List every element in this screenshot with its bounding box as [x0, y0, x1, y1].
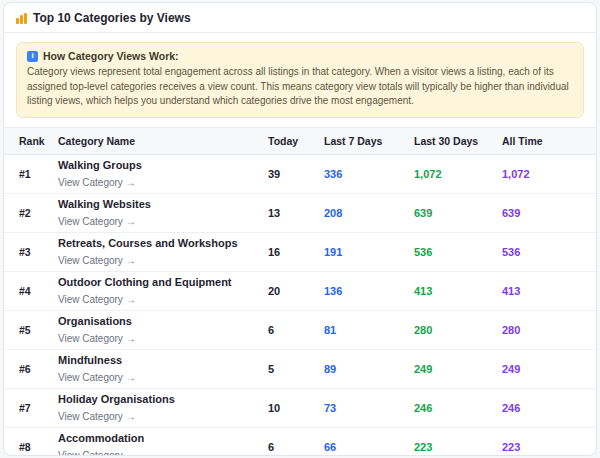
- all-time-value: 246: [494, 388, 596, 427]
- category-name: Walking Websites: [58, 198, 252, 211]
- header-last-7-days: Last 7 Days: [316, 127, 406, 154]
- today-value: 13: [260, 193, 316, 232]
- category-cell: Accommodation View Category →: [50, 427, 260, 456]
- category-cell: Walking Groups View Category →: [50, 154, 260, 193]
- all-time-value: 1,072: [494, 154, 596, 193]
- info-title-row: i How Category Views Work:: [27, 50, 573, 62]
- last-7-days-value: 208: [316, 193, 406, 232]
- all-time-value: 223: [494, 427, 596, 456]
- table-row: #3 Retreats, Courses and Workshops View …: [4, 232, 596, 271]
- category-cell: Mindfulness View Category →: [50, 349, 260, 388]
- last-7-days-value: 66: [316, 427, 406, 456]
- info-title: How Category Views Work:: [43, 50, 179, 62]
- last-7-days-value: 136: [316, 271, 406, 310]
- view-category-link[interactable]: View Category →: [58, 216, 136, 228]
- table-row: #6 Mindfulness View Category → 5 89 249 …: [4, 349, 596, 388]
- rank-cell: #6: [4, 349, 50, 388]
- last-30-days-value: 223: [406, 427, 494, 456]
- view-category-link[interactable]: View Category →: [58, 372, 136, 384]
- last-7-days-value: 191: [316, 232, 406, 271]
- header-rank: Rank: [4, 127, 50, 154]
- info-callout: i How Category Views Work: Category view…: [16, 42, 584, 118]
- category-cell: Holiday Organisations View Category →: [50, 388, 260, 427]
- table-row: #8 Accommodation View Category → 6 66 22…: [4, 427, 596, 456]
- card-header: Top 10 Categories by Views: [4, 3, 596, 33]
- today-value: 10: [260, 388, 316, 427]
- last-30-days-value: 280: [406, 310, 494, 349]
- last-30-days-value: 639: [406, 193, 494, 232]
- table-row: #7 Holiday Organisations View Category →…: [4, 388, 596, 427]
- today-value: 39: [260, 154, 316, 193]
- last-30-days-value: 413: [406, 271, 494, 310]
- all-time-value: 249: [494, 349, 596, 388]
- rank-cell: #4: [4, 271, 50, 310]
- last-7-days-value: 73: [316, 388, 406, 427]
- last-7-days-value: 336: [316, 154, 406, 193]
- categories-table: Rank Category Name Today Last 7 Days Las…: [4, 127, 596, 457]
- view-category-link[interactable]: View Category →: [58, 450, 136, 457]
- category-name: Retreats, Courses and Workshops: [58, 237, 252, 250]
- view-category-link[interactable]: View Category →: [58, 411, 136, 423]
- category-name: Outdoor Clothing and Equipment: [58, 276, 252, 289]
- last-7-days-value: 89: [316, 349, 406, 388]
- category-name: Organisations: [58, 315, 252, 328]
- header-today: Today: [260, 127, 316, 154]
- last-30-days-value: 249: [406, 349, 494, 388]
- info-body: Category views represent total engagemen…: [27, 65, 573, 109]
- today-value: 5: [260, 349, 316, 388]
- table-row: #4 Outdoor Clothing and Equipment View C…: [4, 271, 596, 310]
- all-time-value: 639: [494, 193, 596, 232]
- today-value: 6: [260, 427, 316, 456]
- header-all-time: All Time: [494, 127, 596, 154]
- last-30-days-value: 1,072: [406, 154, 494, 193]
- last-30-days-value: 246: [406, 388, 494, 427]
- view-category-link[interactable]: View Category →: [58, 294, 136, 306]
- table-row: #1 Walking Groups View Category → 39 336…: [4, 154, 596, 193]
- info-icon: i: [27, 51, 38, 62]
- table-row: #2 Walking Websites View Category → 13 2…: [4, 193, 596, 232]
- today-value: 16: [260, 232, 316, 271]
- category-name: Mindfulness: [58, 354, 252, 367]
- category-name: Walking Groups: [58, 159, 252, 172]
- last-30-days-value: 536: [406, 232, 494, 271]
- today-value: 6: [260, 310, 316, 349]
- category-name: Accommodation: [58, 432, 252, 445]
- all-time-value: 413: [494, 271, 596, 310]
- card-title: Top 10 Categories by Views: [33, 11, 191, 25]
- last-7-days-value: 81: [316, 310, 406, 349]
- table-row: #5 Organisations View Category → 6 81 28…: [4, 310, 596, 349]
- view-category-link[interactable]: View Category →: [58, 333, 136, 345]
- view-category-link[interactable]: View Category →: [58, 255, 136, 267]
- table-header-row: Rank Category Name Today Last 7 Days Las…: [4, 127, 596, 154]
- rank-cell: #8: [4, 427, 50, 456]
- category-cell: Retreats, Courses and Workshops View Cat…: [50, 232, 260, 271]
- bar-chart-icon: [16, 13, 27, 24]
- header-category-name: Category Name: [50, 127, 260, 154]
- category-cell: Walking Websites View Category →: [50, 193, 260, 232]
- today-value: 20: [260, 271, 316, 310]
- header-last-30-days: Last 30 Days: [406, 127, 494, 154]
- category-name: Holiday Organisations: [58, 393, 252, 406]
- category-cell: Organisations View Category →: [50, 310, 260, 349]
- top-categories-card: Top 10 Categories by Views i How Categor…: [3, 2, 597, 456]
- rank-cell: #2: [4, 193, 50, 232]
- all-time-value: 536: [494, 232, 596, 271]
- all-time-value: 280: [494, 310, 596, 349]
- category-cell: Outdoor Clothing and Equipment View Cate…: [50, 271, 260, 310]
- rank-cell: #5: [4, 310, 50, 349]
- rank-cell: #7: [4, 388, 50, 427]
- view-category-link[interactable]: View Category →: [58, 177, 136, 189]
- rank-cell: #3: [4, 232, 50, 271]
- rank-cell: #1: [4, 154, 50, 193]
